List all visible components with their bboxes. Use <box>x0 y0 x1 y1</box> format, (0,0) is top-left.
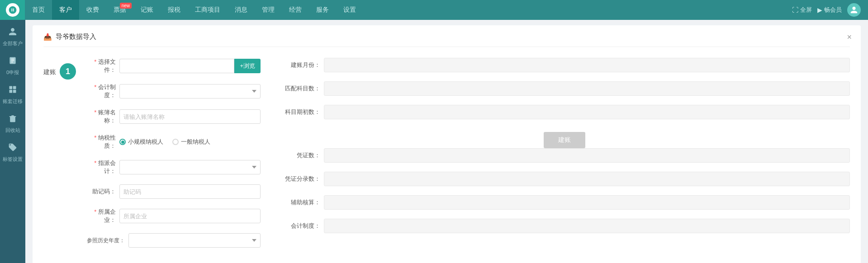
nav-item-customer[interactable]: 客户 <box>52 0 79 20</box>
import-icon: 📥 <box>43 33 52 41</box>
close-button[interactable]: × <box>847 33 852 42</box>
fullscreen-icon: ⛶ <box>792 6 798 14</box>
ledger-name-label: * 账簿名称： <box>83 108 119 125</box>
mnemonic-row: 助记码： <box>83 184 261 199</box>
svg-rect-4 <box>9 86 13 89</box>
logo-icon <box>6 3 19 17</box>
history-year-control <box>128 233 261 248</box>
subject-init-row: 科目期初数： <box>279 105 850 119</box>
sidebar-label: 回收站 <box>5 127 20 134</box>
nav-item-invoice[interactable]: 票据 new <box>106 0 133 20</box>
mnemonic-label: 助记码： <box>83 188 119 196</box>
new-badge: new <box>120 3 132 9</box>
nav-items: 首页 客户 收费 票据 new 记账 报税 工商项目 消息 管理 经营 服务 设… <box>25 0 792 20</box>
sidebar-item-zero-filing[interactable]: 0申报 <box>1 52 24 80</box>
company-control <box>119 209 261 223</box>
step-section: 建账 1 * 选择文件： <box>43 58 261 257</box>
radio-dot-general <box>172 139 179 145</box>
assign-accountant-control <box>119 160 261 174</box>
tax-type-row: * 纳税性质： 小规模纳税人 <box>83 134 261 150</box>
auxiliary-label: 辅助核算： <box>279 198 324 207</box>
dialog-title: 导爷数据导入 <box>56 33 96 41</box>
file-control: +浏览 <box>119 59 261 73</box>
nav-right: ⛶ 全屏 ▶ 畅会员 <box>792 3 868 17</box>
ledger-name-input[interactable] <box>119 109 261 124</box>
company-input[interactable] <box>119 209 261 223</box>
right-accounting-system-value <box>324 219 850 233</box>
dialog-header: 📥 导爷数据导入 <box>43 33 850 47</box>
browse-button[interactable]: +浏览 <box>234 59 261 73</box>
voucher-entries-row: 凭证分录数： <box>279 172 850 186</box>
accounting-system-select[interactable] <box>119 84 261 99</box>
nav-item-home[interactable]: 首页 <box>25 0 52 20</box>
assign-accountant-select[interactable] <box>119 160 261 174</box>
tax-type-label: * 纳税性质： <box>83 134 119 150</box>
dialog-card: 📥 导爷数据导入 × 建账 1 * 选择 <box>33 25 861 263</box>
svg-rect-8 <box>9 116 16 117</box>
nav-item-service[interactable]: 服务 <box>309 0 336 20</box>
step-circle: 1 <box>60 63 76 80</box>
nav-item-bookkeeping[interactable]: 记账 <box>133 0 161 20</box>
company-row: * 所属企业： <box>83 208 261 224</box>
file-row: * 选择文件： +浏览 <box>83 58 261 74</box>
fullscreen-btn[interactable]: ⛶ 全屏 <box>792 6 812 14</box>
build-month-label: 建账月份： <box>279 61 324 69</box>
user-icon <box>8 27 17 38</box>
step-label: 建账 <box>43 65 56 76</box>
svg-rect-5 <box>13 86 16 89</box>
sidebar-item-tag-settings[interactable]: 标签设置 <box>1 139 24 166</box>
form-left: 建账 1 * 选择文件： <box>43 58 261 257</box>
nav-item-fee[interactable]: 收费 <box>79 0 106 20</box>
avatar[interactable] <box>847 3 861 17</box>
vouchers-value <box>324 148 850 163</box>
sidebar-label: 全部客户 <box>3 40 23 47</box>
build-button[interactable]: 建账 <box>544 132 585 148</box>
build-month-value <box>324 58 850 72</box>
vouchers-row: 凭证数： <box>279 148 850 163</box>
assign-accountant-label: * 指派会计： <box>83 159 119 175</box>
right-accounting-system-label: 会计制度： <box>279 222 324 230</box>
match-subjects-row: 匹配科目数： <box>279 81 850 96</box>
accounting-system-row: * 会计制度： <box>83 83 261 99</box>
sidebar-item-all-customers[interactable]: 全部客户 <box>1 23 24 51</box>
file-input[interactable] <box>119 59 234 73</box>
svg-rect-7 <box>13 90 16 93</box>
top-nav: 首页 客户 收费 票据 new 记账 报税 工商项目 消息 管理 经营 服务 设… <box>0 0 868 20</box>
logo-area[interactable] <box>0 0 25 20</box>
history-year-select[interactable] <box>128 233 261 248</box>
file-input-group: +浏览 <box>119 59 261 73</box>
radio-small-taxpayer[interactable]: 小规模纳税人 <box>119 138 163 146</box>
sidebar: 全部客户 0申报 账套迁移 <box>0 20 25 263</box>
company-label: * 所属企业： <box>83 208 119 224</box>
nav-item-operation[interactable]: 经营 <box>282 0 309 20</box>
nav-item-admin[interactable]: 管理 <box>255 0 282 20</box>
subject-init-value <box>324 105 850 119</box>
subject-init-label: 科目期初数： <box>279 108 324 116</box>
migration-icon <box>8 85 17 96</box>
accounting-system-control <box>119 84 261 99</box>
sidebar-item-trash[interactable]: 回收站 <box>1 110 24 137</box>
nav-item-settings[interactable]: 设置 <box>336 0 363 20</box>
voucher-entries-value <box>324 172 850 186</box>
match-subjects-label: 匹配科目数： <box>279 85 324 93</box>
mnemonic-control <box>119 184 261 199</box>
form-right: 建账月份： 匹配科目数： 科目期初数： 建账 凭证数： <box>261 58 850 257</box>
build-month-row: 建账月份： <box>279 58 850 72</box>
auxiliary-value <box>324 195 850 210</box>
voucher-entries-label: 凭证分录数： <box>279 175 324 183</box>
sidebar-label: 账套迁移 <box>3 98 23 105</box>
vip-btn[interactable]: ▶ 畅会员 <box>817 6 842 14</box>
mnemonic-input[interactable] <box>119 184 261 199</box>
sidebar-item-migration[interactable]: 账套迁移 <box>1 81 24 108</box>
tax-type-control: 小规模纳税人 一般纳税人 <box>119 135 261 149</box>
step-form: * 选择文件： +浏览 <box>83 58 261 257</box>
radio-general-taxpayer[interactable]: 一般纳税人 <box>172 138 210 146</box>
assign-accountant-row: * 指派会计： <box>83 159 261 175</box>
nav-item-tax[interactable]: 报税 <box>161 0 188 20</box>
radio-dot-small <box>119 139 126 145</box>
nav-item-business[interactable]: 工商项目 <box>188 0 228 20</box>
sidebar-label: 0申报 <box>6 69 19 76</box>
nav-item-message[interactable]: 消息 <box>228 0 255 20</box>
filing-icon <box>8 56 17 67</box>
vouchers-label: 凭证数： <box>279 151 324 160</box>
